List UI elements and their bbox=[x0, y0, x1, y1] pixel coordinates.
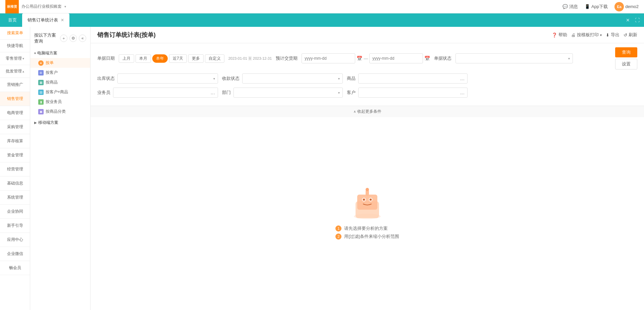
sidebar-quick-nav-label: 快捷导航 bbox=[7, 43, 23, 48]
page-title: 销售订单统计表(按单) bbox=[97, 31, 156, 39]
date-btn-this-month[interactable]: 本月 bbox=[136, 54, 151, 63]
left-panel-collapse-btn[interactable]: « bbox=[79, 35, 86, 42]
query-btn[interactable]: 查询 bbox=[615, 47, 637, 57]
product-dots[interactable]: ... bbox=[460, 75, 465, 82]
tab-sales-stat-label: 销售订单统计表 bbox=[28, 17, 58, 23]
sidebar-enterprise-label: 企业协同 bbox=[7, 209, 23, 214]
expected-delivery-end[interactable] bbox=[369, 53, 423, 63]
panel-item-by-staff[interactable]: ▮ 按业务员 bbox=[30, 97, 90, 107]
panel-section-mobile-header[interactable]: ▶ 移动端方案 bbox=[30, 118, 90, 127]
tab-sales-stat[interactable]: 销售订单统计表 ✕ bbox=[22, 13, 69, 27]
app-download-btn[interactable]: 📱 App下载 bbox=[585, 4, 608, 10]
sidebar-item-member[interactable]: 畅会员 bbox=[0, 261, 30, 275]
sidebar-item-sales[interactable]: 销售管理 bbox=[0, 92, 30, 106]
product-label: 商品 bbox=[347, 75, 356, 82]
payment-status-control[interactable]: ▾ bbox=[242, 73, 343, 84]
customer-control[interactable]: ... bbox=[358, 88, 468, 98]
help-icon: ❓ bbox=[552, 33, 557, 38]
empty-hint-1: 1 请先选择要分析的方案 bbox=[335, 225, 399, 231]
svg-point-5 bbox=[363, 199, 365, 201]
customer-dots[interactable]: ... bbox=[460, 90, 465, 96]
panel-section-mobile-arrow: ▶ bbox=[34, 121, 37, 124]
panel-item-by-product[interactable]: ▦ 按商品 bbox=[30, 78, 90, 87]
sidebar-item-wechat[interactable]: 企业微信 bbox=[0, 247, 30, 261]
help-btn[interactable]: ❓ 帮助 bbox=[552, 32, 567, 38]
sidebar-purchase-label: 采购管理 bbox=[7, 124, 23, 130]
left-panel-settings-btn[interactable]: ⚙ bbox=[69, 35, 77, 42]
download-icon: 📱 bbox=[585, 4, 590, 9]
content-area: 按以下方案查询 ＋ ⚙ « ▾ 电脑端方案 ● 按单 ⊞ bbox=[30, 27, 644, 310]
sidebar-item-wholesale[interactable]: 批发管理 ▴ bbox=[0, 65, 30, 78]
tab-maximize-btn[interactable]: ⛶ bbox=[633, 16, 641, 24]
tab-home[interactable]: 首页 bbox=[3, 13, 22, 27]
panel-section-pc-arrow: ▾ bbox=[34, 51, 36, 55]
date-btn-this-year[interactable]: 本年 bbox=[152, 54, 168, 63]
panel-section-pc-header[interactable]: ▾ 电脑端方案 bbox=[30, 48, 90, 58]
refresh-btn[interactable]: ↺ 刷新 bbox=[624, 32, 637, 38]
sidebar-item-quick-nav[interactable]: 快捷导航 bbox=[0, 40, 30, 52]
product-control[interactable]: ... bbox=[358, 73, 468, 84]
department-label: 部门 bbox=[222, 90, 231, 96]
sidebar-item-marketing[interactable]: 营销推广 bbox=[0, 78, 30, 92]
message-btn[interactable]: 💬 消息 bbox=[562, 4, 578, 10]
panel-item-by-product-label: 按商品 bbox=[46, 80, 58, 85]
date-btn-more[interactable]: 更多 bbox=[188, 54, 204, 63]
sidebar-item-new-guide[interactable]: 新手引导 bbox=[0, 219, 30, 233]
by-cust-prod-icon: ▤ bbox=[38, 90, 44, 95]
cal-icon-start[interactable]: 📅 bbox=[357, 56, 362, 61]
salesperson-control[interactable]: ... bbox=[113, 88, 218, 98]
salesperson-item: 业务员 ... bbox=[97, 88, 218, 98]
sidebar-item-basic-info[interactable]: 基础信息 bbox=[0, 176, 30, 191]
date-btn-custom[interactable]: 自定义 bbox=[205, 54, 224, 63]
payment-status-label: 收款状态 bbox=[222, 75, 239, 82]
sidebar-item-app-center[interactable]: 应用中心 bbox=[0, 233, 30, 247]
date-btn-7days[interactable]: 近7天 bbox=[169, 54, 187, 63]
sidebar-item-purchase[interactable]: 采购管理 bbox=[0, 120, 30, 134]
sidebar-item-ecommerce[interactable]: 电商管理 bbox=[0, 106, 30, 120]
filter-row-1: 单据日期 上月 本月 本年 近7天 更多 自定义 2023-01-01 至 20… bbox=[97, 47, 637, 69]
tab-bar-right: ✕ ⛶ bbox=[624, 16, 644, 24]
sidebar-retail-label: 零售管理 bbox=[6, 56, 22, 61]
expected-delivery-range: 📅 — 📅 bbox=[302, 53, 430, 63]
svg-point-8 bbox=[366, 188, 369, 191]
left-panel-add-btn[interactable]: ＋ bbox=[60, 35, 67, 42]
print-btn[interactable]: 🖨 按模板打印 ▾ bbox=[571, 32, 602, 38]
doc-status-select[interactable]: ▾ bbox=[455, 53, 573, 63]
sidebar-item-inventory[interactable]: 库存核算 bbox=[0, 134, 30, 148]
svg-point-6 bbox=[370, 199, 372, 201]
export-btn[interactable]: ⬇ 导出 bbox=[606, 32, 620, 38]
date-label: 单据日期 bbox=[97, 55, 115, 61]
user-profile[interactable]: Ea demo2 bbox=[614, 2, 639, 11]
tab-close-btn[interactable]: ✕ bbox=[61, 18, 64, 22]
tab-home-label: 首页 bbox=[8, 17, 17, 23]
sidebar-item-finance[interactable]: 资金管理 bbox=[0, 148, 30, 162]
date-btn-last-month[interactable]: 上月 bbox=[119, 54, 134, 63]
sidebar-member-label: 畅会员 bbox=[9, 265, 21, 271]
cal-icon-end[interactable]: 📅 bbox=[424, 56, 430, 61]
username: demo2 bbox=[625, 4, 639, 9]
right-main: 销售订单统计表(按单) ❓ 帮助 🖨 按模板打印 ▾ ⬇ bbox=[91, 27, 644, 310]
sidebar-item-retail[interactable]: 零售管理 ▾ bbox=[0, 52, 30, 65]
department-control[interactable]: ▾ bbox=[233, 88, 343, 98]
tab-close-all-btn[interactable]: ✕ bbox=[624, 16, 632, 24]
sidebar-item-system[interactable]: 系统管理 bbox=[0, 191, 30, 205]
panel-item-by-order[interactable]: ● 按单 bbox=[30, 58, 90, 68]
sidebar-item-operations[interactable]: 经营管理 bbox=[0, 162, 30, 176]
left-panel: 按以下方案查询 ＋ ⚙ « ▾ 电脑端方案 ● 按单 ⊞ bbox=[30, 27, 91, 310]
sidebar-item-enterprise[interactable]: 企业协同 bbox=[0, 205, 30, 219]
panel-item-by-cust-prod[interactable]: ▤ 按客户+商品 bbox=[30, 87, 90, 97]
expected-delivery-start[interactable] bbox=[302, 53, 355, 63]
by-staff-icon: ▮ bbox=[38, 99, 44, 105]
filter-settings-btn[interactable]: 设置 bbox=[615, 59, 637, 69]
collapse-btn[interactable]: ∧ 收起更多条件 bbox=[354, 109, 381, 114]
sidebar-new-guide-label: 新手引导 bbox=[7, 223, 23, 228]
panel-item-by-category[interactable]: ▣ 按商品分类 bbox=[30, 107, 90, 116]
salesperson-dots[interactable]: ... bbox=[211, 90, 215, 96]
svg-rect-2 bbox=[357, 195, 377, 210]
empty-illustration bbox=[347, 188, 387, 221]
app-dropdown-arrow[interactable]: ▾ bbox=[64, 5, 66, 8]
sidebar-item-search-menu[interactable]: 搜索菜单 bbox=[0, 27, 30, 40]
panel-item-by-customer[interactable]: ⊞ 按客户 bbox=[30, 68, 90, 78]
delivery-status-control[interactable]: ▾ bbox=[117, 73, 218, 84]
date-btn-group: 上月 本月 本年 近7天 更多 自定义 bbox=[119, 54, 224, 63]
